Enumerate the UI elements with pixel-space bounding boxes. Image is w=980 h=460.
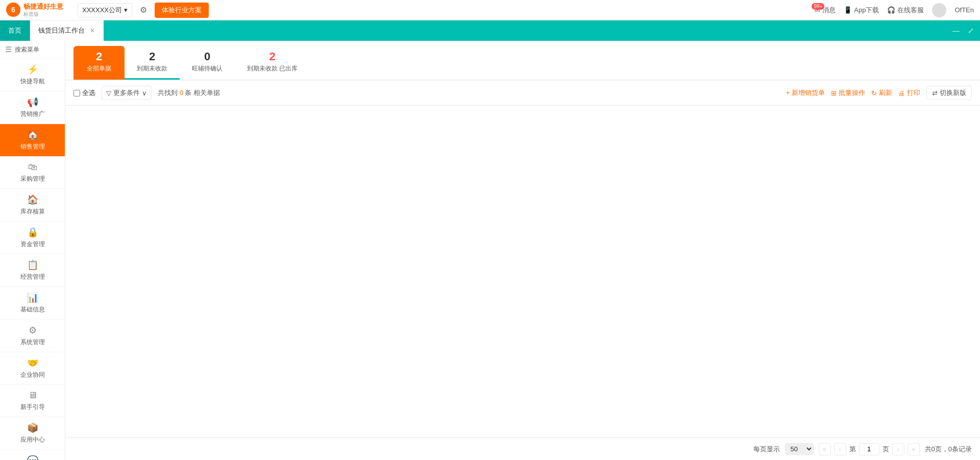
toolbar: 全选 ▽ 更多条件 ∨ 共找到 0 条 相关单据 + 新增销货单 (65, 81, 980, 106)
page-prefix: 第 (849, 445, 856, 454)
stat-tab-all[interactable]: 2 全部单据 (74, 46, 125, 80)
app-download-area[interactable]: 📱 App下载 (844, 6, 879, 15)
found-number: 0 (180, 89, 183, 96)
refresh-icon: ↻ (871, 89, 877, 97)
content-area: 2 全部单据 2 到期未收款 0 旺辅待确认 2 到期未收款 已出库 全选 (65, 41, 980, 460)
refresh-button[interactable]: ↻ 刷新 (871, 88, 892, 98)
nav-tabs-bar: 首页 钱货日清工作台 ✕ — ⤢ (0, 20, 980, 41)
company-selector[interactable]: XXXXXX公司 ▾ (78, 3, 132, 17)
sidebar-item-search[interactable]: ☰ 搜索菜单 (0, 41, 65, 59)
print-label: 打印 (907, 88, 920, 98)
stat-overdue-label: 到期未收款 (137, 64, 167, 73)
select-all-input[interactable] (74, 90, 80, 96)
sidebar-item-cooperation[interactable]: 🤝 企业协同 (0, 352, 65, 385)
sidebar-item-sales[interactable]: 🏠 销售管理 (0, 124, 65, 157)
sidebar-item-inventory[interactable]: 🏠 库存核算 (0, 189, 65, 222)
sidebar-item-basic-info[interactable]: 📊 基础信息 (0, 287, 65, 320)
table-icon: 📊 (27, 292, 38, 303)
filter-button[interactable]: ▽ 更多条件 ∨ (102, 86, 152, 100)
message-icon-wrap: ✉ 99+ (815, 6, 820, 14)
filter-chevron-icon: ∨ (142, 89, 147, 97)
total-info: 共0页，0条记录 (925, 445, 972, 454)
app-download-icon: 📱 (844, 6, 852, 14)
top-header: 6 畅捷通好生意 标普版 XXXXXX公司 ▾ ⚙ 体验行业方案 ✉ 99+ 消… (0, 0, 980, 20)
sidebar-guide-label: 新手引导 (20, 403, 45, 411)
prev-page-button[interactable]: ‹ (834, 443, 846, 455)
message-area[interactable]: ✉ 99+ 消息 (815, 6, 836, 15)
expand-icon[interactable]: ⤢ (966, 25, 976, 37)
sidebar-item-quick-nav[interactable]: ⚡ 快捷导航 (0, 59, 65, 91)
trial-button[interactable]: 体验行业方案 (155, 3, 209, 18)
headset-icon: 🎧 (887, 6, 895, 14)
table-area (65, 106, 980, 438)
last-page-button[interactable]: » (908, 443, 920, 455)
inventory-icon: 🏠 (27, 194, 38, 205)
stat-tab-wangwang[interactable]: 0 旺辅待确认 (180, 46, 235, 80)
tab-home-label: 首页 (8, 26, 21, 35)
sidebar: ☰ 搜索菜单 ⚡ 快捷导航 📢 营销推广 🏠 销售管理 🛍 采购管理 🏠 库存核… (0, 41, 65, 460)
switch-version-button[interactable]: ⇄ 切换新版 (926, 86, 972, 100)
stats-tabs: 2 全部单据 2 到期未收款 0 旺辅待确认 2 到期未收款 已出库 (65, 41, 980, 80)
stat-wangwang-label: 旺辅待确认 (192, 64, 223, 73)
sidebar-item-purchase[interactable]: 🛍 采购管理 (0, 157, 65, 189)
settings-icon[interactable]: ⚙ (136, 3, 151, 17)
chevron-down-icon: ▾ (124, 6, 128, 14)
sidebar-item-app-center[interactable]: 📦 应用中心 (0, 417, 65, 450)
message-label: 消息 (822, 6, 836, 15)
batch-icon: ⊞ (831, 89, 837, 97)
sidebar-item-marketing[interactable]: 📢 营销推广 (0, 91, 65, 124)
sidebar-item-finance[interactable]: 🔒 资金管理 (0, 222, 65, 254)
tab-workbench[interactable]: 钱货日清工作台 ✕ (30, 20, 104, 41)
header-left: 6 畅捷通好生意 标普版 XXXXXX公司 ▾ ⚙ 体验行业方案 (6, 3, 209, 18)
select-all-checkbox[interactable]: 全选 (74, 88, 95, 98)
sidebar-item-wechat[interactable]: 💬 企业微信 (0, 450, 65, 460)
filter-icon: ▽ (106, 89, 111, 97)
per-page-select[interactable]: 50 20 100 (785, 443, 814, 455)
tab-workbench-label: 钱货日清工作台 (38, 26, 85, 35)
page-number-input[interactable] (859, 443, 879, 455)
main-layout: ☰ 搜索菜单 ⚡ 快捷导航 📢 营销推广 🏠 销售管理 🛍 采购管理 🏠 库存核… (0, 41, 980, 460)
cooperation-icon: 🤝 (27, 357, 38, 369)
stat-all-num: 2 (96, 50, 102, 63)
sidebar-sales-label: 销售管理 (20, 142, 45, 151)
minimize-icon[interactable]: — (950, 25, 962, 37)
found-count: 共找到 0 条 相关单据 (158, 88, 220, 98)
lock-icon: 🔒 (27, 227, 38, 238)
app-center-icon: 📦 (27, 422, 38, 433)
stat-overdue-out-num: 2 (270, 50, 276, 63)
online-service-area[interactable]: 🎧 在线客服 (887, 6, 924, 15)
clipboard-icon: 📋 (27, 259, 38, 271)
sidebar-basic-info-label: 基础信息 (20, 305, 45, 314)
wechat-icon: 💬 (27, 455, 38, 460)
sidebar-inventory-label: 库存核算 (20, 207, 45, 216)
sidebar-search-label: 搜索菜单 (15, 45, 39, 54)
page-suffix: 页 (883, 445, 889, 454)
stat-wangwang-num: 0 (204, 50, 210, 63)
next-page-button[interactable]: › (892, 443, 904, 455)
tab-home[interactable]: 首页 (0, 20, 30, 41)
avatar[interactable] (932, 3, 946, 17)
bag-icon: 🛍 (28, 162, 37, 173)
stat-tab-overdue-out[interactable]: 2 到期未收款 已出库 (235, 46, 310, 80)
stat-tab-overdue[interactable]: 2 到期未收款 (125, 46, 180, 80)
first-page-button[interactable]: « (819, 443, 831, 455)
logo-area: 6 畅捷通好生意 标普版 (6, 3, 63, 18)
add-sales-button[interactable]: + 新增销货单 (784, 88, 825, 98)
home-icon: 🏠 (27, 129, 38, 140)
search-menu-icon: ☰ (5, 45, 12, 54)
lightning-icon: ⚡ (27, 64, 38, 75)
sidebar-marketing-label: 营销推广 (20, 110, 45, 118)
sidebar-app-center-label: 应用中心 (20, 435, 45, 444)
add-label: + 新增销货单 (786, 88, 825, 98)
sidebar-item-system[interactable]: ⚙ 系统管理 (0, 320, 65, 352)
batch-label: 批量操作 (839, 88, 865, 98)
print-button[interactable]: 🖨 打印 (898, 88, 920, 98)
switch-label: 切换新版 (940, 88, 966, 98)
close-tab-icon[interactable]: ✕ (90, 27, 95, 34)
company-name: XXXXXX公司 (82, 6, 122, 15)
stat-overdue-out-label: 到期未收款 已出库 (247, 64, 298, 73)
header-right: ✉ 99+ 消息 📱 App下载 🎧 在线客服 OfTEn (815, 3, 974, 17)
sidebar-item-operations[interactable]: 📋 经营管理 (0, 254, 65, 287)
batch-operation-button[interactable]: ⊞ 批量操作 (831, 88, 865, 98)
sidebar-item-guide[interactable]: 🖥 新手引导 (0, 385, 65, 417)
